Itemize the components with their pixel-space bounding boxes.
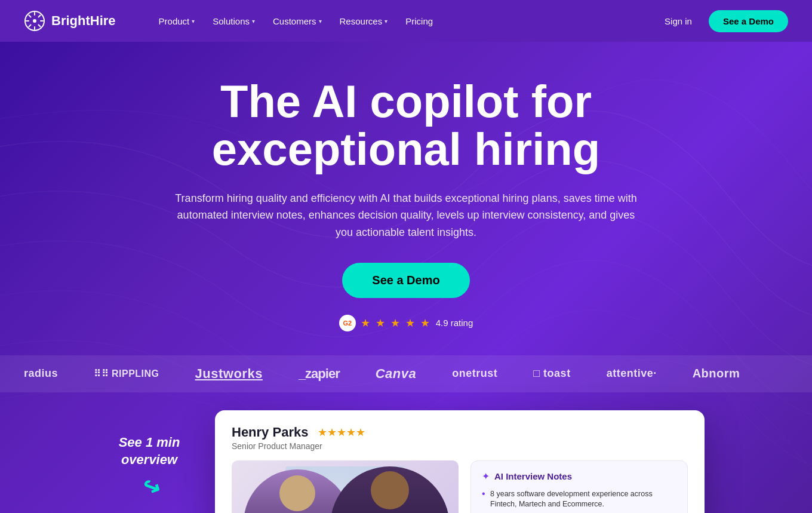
- logo-abnormal: Abnorm: [693, 367, 740, 380]
- hero-title: The AI copilot for exceptional hiring: [167, 78, 645, 173]
- ai-notes-panel: ✦ AI Interview Notes 8 years software de…: [470, 460, 688, 513]
- candidate-info: Henry Parks ★★★★★ Senior Product Manager: [232, 425, 365, 451]
- hero-content: The AI copilot for exceptional hiring Tr…: [143, 42, 669, 355]
- nav-item-resources[interactable]: Resources ▾: [333, 11, 395, 31]
- candidate-role: Senior Product Manager: [232, 441, 365, 451]
- g2-badge: G2: [339, 315, 356, 331]
- navigation: BrightHire Product ▾ Solutions ▾ Custome…: [0, 0, 812, 42]
- chevron-down-icon: ▾: [192, 18, 195, 24]
- svg-line-7: [39, 25, 41, 27]
- sign-in-link[interactable]: Sign in: [657, 11, 699, 31]
- hero-demo-button[interactable]: See a Demo: [342, 263, 469, 298]
- ai-note-item: 8 years software development experience …: [482, 489, 676, 510]
- star-rating: ★ ★ ★ ★ ★: [361, 317, 431, 330]
- logos-strip: radius ⠿⠿ RIPPLING Justworks _zapier Can…: [0, 355, 812, 392]
- hero-subtitle: Transform hiring quality and efficiency …: [167, 190, 645, 241]
- video-people: [232, 460, 459, 513]
- candidate-stars: ★★★★★: [318, 426, 365, 439]
- logo-zapier: _zapier: [299, 366, 340, 382]
- logo-toast: □ toast: [533, 367, 570, 380]
- nav-item-solutions[interactable]: Solutions ▾: [205, 11, 262, 31]
- logo-attentive: attentive·: [607, 367, 657, 380]
- ai-notes-header: ✦ AI Interview Notes: [482, 471, 676, 482]
- curved-arrow-icon: ↪: [136, 471, 162, 503]
- logo-icon: [24, 10, 45, 32]
- chevron-down-icon: ▾: [319, 18, 322, 24]
- nav-item-customers[interactable]: Customers ▾: [266, 11, 329, 31]
- svg-line-6: [29, 16, 31, 17]
- chevron-down-icon: ▾: [385, 18, 387, 24]
- demo-card: Henry Parks ★★★★★ Senior Product Manager: [215, 410, 705, 513]
- logo-link[interactable]: BrightHire: [24, 10, 116, 32]
- ai-notes-list: 8 years software development experience …: [482, 489, 676, 513]
- svg-line-8: [39, 16, 41, 17]
- candidate-name: Henry Parks: [232, 425, 308, 440]
- card-body: ✦ AI Interview Notes 8 years software de…: [232, 460, 688, 513]
- logo-canva: Canva: [376, 366, 417, 382]
- nav-item-product[interactable]: Product ▾: [152, 11, 202, 31]
- hero-section: The AI copilot for exceptional hiring Tr…: [0, 42, 812, 513]
- logo-onetrust: onetrust: [452, 367, 497, 380]
- bottom-section: See 1 min overview ↪ Henry Parks ★★★★★ S…: [0, 410, 812, 513]
- logo-radius: radius: [24, 367, 58, 380]
- nav-item-pricing[interactable]: Pricing: [398, 11, 440, 31]
- ai-sparkle-icon: ✦: [482, 471, 490, 482]
- nav-demo-button[interactable]: See a Demo: [709, 10, 788, 32]
- logo-text: BrightHire: [51, 13, 116, 29]
- rating-row: G2 ★ ★ ★ ★ ★ 4.9 rating: [167, 315, 645, 331]
- chevron-down-icon: ▾: [252, 18, 255, 24]
- ai-notes-title: AI Interview Notes: [494, 471, 572, 481]
- logos-inner: radius ⠿⠿ RIPPLING Justworks _zapier Can…: [0, 366, 764, 382]
- nav-links: Product ▾ Solutions ▾ Customers ▾ Resour…: [152, 11, 658, 31]
- nav-right: Sign in See a Demo: [657, 10, 788, 32]
- svg-line-9: [29, 25, 31, 27]
- svg-point-1: [33, 19, 36, 23]
- rating-score: 4.9 rating: [436, 318, 473, 328]
- see-overview-label: See 1 min overview ↪: [107, 410, 191, 501]
- logo-rippling: ⠿⠿ RIPPLING: [94, 368, 159, 379]
- video-thumbnail[interactable]: [232, 460, 459, 513]
- logo-justworks: Justworks: [195, 366, 263, 382]
- card-header: Henry Parks ★★★★★ Senior Product Manager: [232, 425, 688, 451]
